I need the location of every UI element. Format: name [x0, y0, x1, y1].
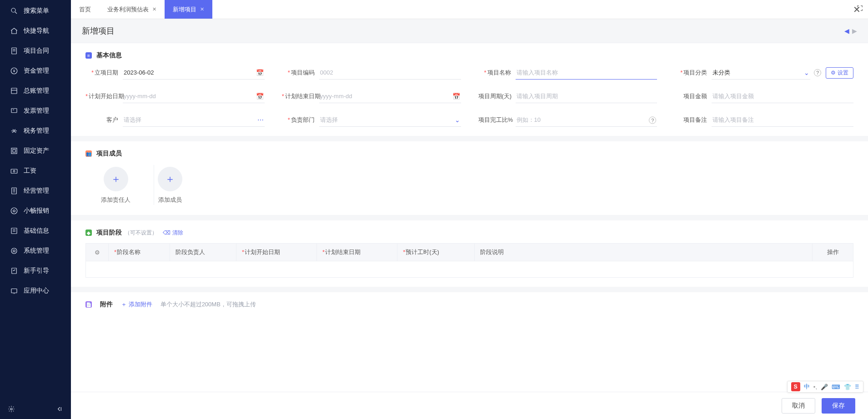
sidebar-item-label: 经营管理 [24, 187, 49, 195]
add-owner-button[interactable]: ＋ 添加责任人 [101, 167, 130, 204]
category-settings-button[interactable]: ⚙ 设置 [826, 67, 853, 79]
more-icon[interactable]: ⋯ [257, 116, 264, 124]
cancel-button[interactable]: 取消 [782, 398, 815, 414]
input-code[interactable] [319, 66, 461, 80]
search-icon [10, 7, 18, 15]
label-remark: 项目备注 [683, 116, 707, 123]
input-pct[interactable] [516, 113, 657, 127]
add-member-button[interactable]: ＋ 添加成员 [158, 167, 182, 204]
add-attachment-button[interactable]: ＋ 添加附件 [121, 300, 152, 309]
ime-punct-icon: •, [813, 384, 817, 390]
ledger-icon [10, 87, 18, 95]
svg-point-19 [11, 208, 17, 214]
sidebar-item-projectcontract[interactable]: 项目合同 [0, 41, 71, 61]
table-row-empty[interactable] [86, 261, 853, 278]
sidebar-item-business[interactable]: 经营管理 [0, 181, 71, 201]
settings-icon[interactable] [7, 405, 15, 413]
label-date: 立项日期 [95, 69, 118, 76]
sidebar-item-quicknav[interactable]: 快捷导航 [0, 21, 71, 41]
sidebar-item-label: 总账管理 [24, 87, 49, 95]
expense-icon [10, 207, 18, 215]
input-period[interactable] [516, 90, 657, 103]
help-icon[interactable]: ? [649, 116, 656, 124]
sidebar-item-label: 新手引导 [24, 267, 49, 275]
page-head: 新增项目 ◀ ▶ [71, 19, 868, 43]
section-icon: ◆ [85, 229, 92, 236]
ime-skin-icon: 👕 [844, 384, 851, 390]
svg-line-1 [15, 12, 17, 14]
plus-icon: ＋ [121, 301, 127, 308]
business-icon [10, 187, 18, 195]
input-customer[interactable] [123, 113, 265, 127]
svg-rect-20 [11, 228, 17, 234]
ime-bar[interactable]: S 中 •, 🎤 ⌨ 👕 ⠿ [787, 381, 863, 393]
next-record-icon[interactable]: ▶ [852, 27, 857, 35]
sidebar-item-system[interactable]: 系统管理 [0, 241, 71, 261]
sidebar-item-funds[interactable]: ¥ 资金管理 [0, 61, 71, 81]
sidebar-item-tax[interactable]: 税务管理 [0, 121, 71, 141]
help-icon[interactable]: ? [814, 69, 821, 76]
calendar-icon[interactable]: 📅 [256, 69, 264, 76]
tax-icon [10, 127, 18, 135]
close-icon[interactable]: ✕ [200, 6, 204, 12]
col-op: 操作 [827, 249, 839, 255]
add-member-label: 添加成员 [158, 196, 182, 204]
ime-logo-icon: S [791, 382, 800, 391]
select-dept[interactable] [319, 113, 461, 127]
divider [154, 165, 154, 205]
label-dept: 负责部门 [291, 116, 315, 123]
sidebar: 搜索菜单 快捷导航 项目合同 ¥ 资金管理 总账管理 发票管理 [0, 0, 71, 419]
content: ≡ 基本信息 *立项日期 📅 *项目编码 [71, 43, 868, 392]
col-end: 计划结束日期 [325, 249, 361, 255]
input-amount[interactable] [712, 90, 853, 103]
sidebar-item-appcenter[interactable]: 应用中心 [0, 281, 71, 301]
section-icon: 👥 [85, 150, 92, 157]
ime-grid-icon: ⠿ [855, 384, 859, 390]
input-start[interactable] [123, 90, 265, 103]
col-desc: 阶段说明 [480, 249, 504, 255]
calendar-icon[interactable]: 📅 [452, 93, 460, 100]
label-period: 项目周期(天) [478, 93, 512, 100]
prev-record-icon[interactable]: ◀ [844, 27, 849, 35]
col-settings[interactable]: ⚙ [86, 244, 109, 261]
save-button[interactable]: 保存 [822, 398, 855, 414]
col-name: 阶段名称 [117, 249, 140, 255]
calendar-icon[interactable]: 📅 [256, 93, 264, 100]
sidebar-item-label: 工资 [24, 167, 36, 175]
sidebar-item-guide[interactable]: 新手引导 [0, 261, 71, 281]
input-date[interactable] [123, 66, 265, 80]
tab-profit[interactable]: 业务利润预估表 ✕ [99, 0, 165, 19]
wallet-icon: ¥ [10, 67, 18, 75]
sidebar-item-label: 基础信息 [24, 227, 49, 235]
fullscreen-icon[interactable] [853, 2, 866, 15]
collapse-icon[interactable] [55, 405, 64, 413]
input-name[interactable] [516, 66, 657, 80]
clear-label: 清除 [172, 229, 183, 237]
sidebar-item-expense[interactable]: 小畅报销 [0, 201, 71, 221]
svg-text:¥: ¥ [13, 69, 15, 73]
sidebar-item-ledger[interactable]: 总账管理 [0, 81, 71, 101]
close-icon[interactable]: ✕ [152, 6, 156, 12]
sidebar-item-basic[interactable]: 基础信息 [0, 221, 71, 241]
svg-rect-12 [13, 150, 15, 152]
chevron-down-icon[interactable]: ⌄ [804, 69, 809, 76]
tab-home[interactable]: 首页 [71, 0, 99, 19]
input-remark[interactable] [712, 113, 853, 127]
svg-rect-7 [11, 88, 17, 94]
chevron-down-icon[interactable]: ⌄ [455, 116, 460, 124]
sidebar-item-invoice[interactable]: 发票管理 [0, 101, 71, 121]
label-customer: 客户 [106, 116, 118, 123]
select-category[interactable] [712, 66, 810, 80]
section-stage-title: 项目阶段 [96, 229, 122, 237]
sidebar-item-salary[interactable]: 工资 [0, 161, 71, 181]
sidebar-item-assets[interactable]: 固定资产 [0, 141, 71, 161]
home-icon [10, 27, 18, 35]
sidebar-search[interactable]: 搜索菜单 [0, 1, 71, 21]
tab-new-project[interactable]: 新增项目 ✕ [165, 0, 212, 19]
section-members-title: 项目成员 [96, 150, 122, 158]
svg-rect-11 [11, 148, 17, 154]
section-icon: 📄 [85, 301, 92, 308]
clear-stages-button[interactable]: ⌫ 清除 [163, 229, 183, 237]
tabs-bar: 首页 业务利润预估表 ✕ 新增项目 ✕ ✕ [71, 0, 868, 19]
input-end[interactable] [319, 90, 461, 103]
